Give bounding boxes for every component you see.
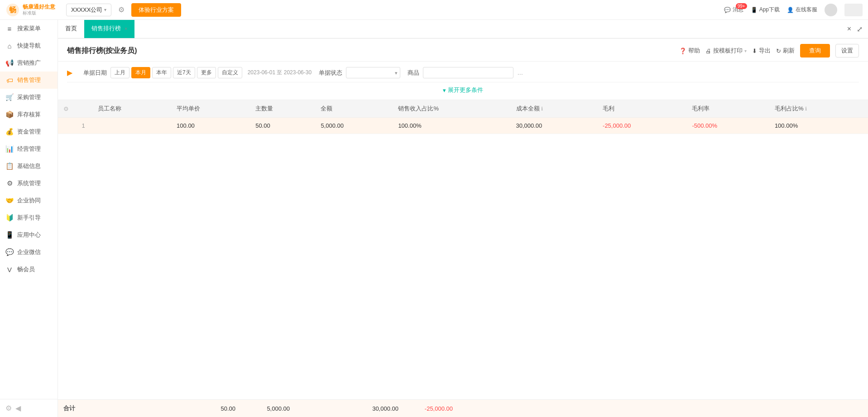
tab-sales-ranking-label: 销售排行榜 bbox=[91, 24, 121, 33]
collapse-icon[interactable]: ▶ bbox=[67, 68, 72, 77]
footer-cells: 50.00 5,000.00 30,000.00 -25,000.00 bbox=[100, 405, 863, 412]
settings-button[interactable]: 设置 bbox=[835, 44, 859, 58]
app-name: 畅康通好生意 bbox=[23, 4, 55, 10]
sidebar-icon-basic-info: 📋 bbox=[5, 162, 14, 170]
export-icon: ⬇ bbox=[752, 48, 757, 54]
avatar[interactable] bbox=[825, 4, 837, 16]
col-gross-rate: 毛利率 bbox=[686, 100, 769, 118]
sidebar-item-system-mgmt[interactable]: ⚙系统管理 bbox=[0, 175, 58, 192]
last-7-days-btn[interactable]: 近7天 bbox=[173, 67, 195, 78]
main-area: ≡搜索菜单⌂快捷导航📢营销推广🏷销售管理🛒采购管理📦库存核算💰资金管理📊经营管理… bbox=[0, 20, 868, 417]
expand-more-btn[interactable]: ▾ 展开更多条件 bbox=[67, 82, 859, 94]
window-max-button[interactable]: ⤢ bbox=[855, 23, 864, 35]
trial-button[interactable]: 体验行业方案 bbox=[131, 3, 181, 17]
sidebar-icon-enterprise-wechat: 💬 bbox=[5, 248, 14, 256]
page-actions: ❓ 帮助 🖨 按模板打印 ▾ ⬇ 导出 ↻ bbox=[679, 44, 859, 58]
online-service-label: 在线客服 bbox=[796, 6, 817, 14]
sidebar-bottom: ⚙ ◀ bbox=[0, 399, 58, 417]
app-download-icon: 📱 bbox=[751, 7, 758, 13]
sidebar-label-purchase-mgmt: 采购管理 bbox=[17, 93, 41, 101]
goods-input[interactable] bbox=[423, 67, 513, 78]
sidebar-icon-newbie-guide: 🔰 bbox=[5, 214, 14, 222]
refresh-button[interactable]: ↻ 刷新 bbox=[776, 47, 795, 55]
sidebar-item-newbie-guide[interactable]: 🔰新手引导 bbox=[0, 209, 58, 226]
sidebar-item-finance[interactable]: 💰资金管理 bbox=[0, 123, 58, 140]
row-gross-profit-0: -25,000.00 bbox=[597, 118, 686, 134]
current-month-btn[interactable]: 本月 bbox=[131, 67, 150, 78]
row-amount-0: 5,000.00 bbox=[315, 118, 393, 134]
col-amount: 全额 bbox=[315, 100, 393, 118]
date-filter: 单据日期 上月 本月 本年 近7天 更多 自定义 2023-06-01 至 20… bbox=[83, 67, 312, 78]
print-button[interactable]: 🖨 按模板打印 ▾ bbox=[705, 47, 747, 55]
more-date-btn[interactable]: 更多 bbox=[197, 67, 216, 78]
prev-month-btn[interactable]: 上月 bbox=[110, 67, 129, 78]
company-selector[interactable]: XXXXX公司 ▾ bbox=[66, 4, 111, 16]
settings-icon[interactable]: ⚙ bbox=[115, 4, 128, 16]
refresh-icon: ↻ bbox=[776, 48, 781, 54]
sidebar-item-app-center[interactable]: 📱应用中心 bbox=[0, 226, 58, 244]
sidebar-collapse-icon[interactable]: ◀ bbox=[15, 404, 21, 412]
tab-close-icon[interactable]: × bbox=[125, 26, 127, 31]
date-range-display: 2023-06-01 至 2023-06-30 bbox=[248, 69, 312, 77]
chevron-down-icon: ▾ bbox=[104, 7, 106, 12]
sidebar-item-marketing[interactable]: 📢营销推广 bbox=[0, 54, 58, 72]
sidebar-item-ops-mgmt[interactable]: 📊经营管理 bbox=[0, 140, 58, 158]
sidebar-label-sales-mgmt: 销售管理 bbox=[17, 76, 41, 84]
goods-filter: 商品 … bbox=[408, 67, 523, 78]
help-icon: ❓ bbox=[679, 48, 686, 54]
print-icon: 🖨 bbox=[705, 48, 711, 54]
table-settings-icon[interactable]: ⚙ bbox=[63, 105, 69, 112]
sidebar-label-inventory: 库存核算 bbox=[17, 110, 41, 119]
this-year-btn[interactable]: 本年 bbox=[152, 67, 171, 78]
row-cost-amount-0: 30,000.00 bbox=[511, 118, 598, 134]
sales-ranking-table: ⚙ 员工名称 平均单价 主数量 全额 销售收入占比% 成本全额 ℹ bbox=[58, 100, 868, 134]
sidebar-item-sales-mgmt[interactable]: 🏷销售管理 bbox=[0, 72, 58, 89]
tab-sales-ranking[interactable]: 销售排行榜 × bbox=[84, 20, 134, 38]
sidebar-item-inventory[interactable]: 📦库存核算 bbox=[0, 106, 58, 123]
sidebar-item-enterprise-collab[interactable]: 🤝企业协同 bbox=[0, 192, 58, 209]
col-avg-price: 平均单价 bbox=[171, 100, 250, 118]
query-button[interactable]: 查询 bbox=[800, 44, 830, 58]
footer-amount: 5,000.00 bbox=[235, 405, 290, 412]
app-logo: 畅 畅康通好生意 标准版 bbox=[5, 3, 55, 17]
goods-more-icon[interactable]: … bbox=[517, 69, 523, 76]
col-cost-amount: 成本全额 ℹ bbox=[511, 100, 598, 118]
col-settings: ⚙ bbox=[58, 100, 74, 118]
sidebar-item-quick-nav[interactable]: ⌂快捷导航 bbox=[0, 37, 58, 54]
footer-label: 合计 bbox=[63, 404, 100, 412]
logo-icon: 畅 bbox=[5, 3, 20, 17]
window-close-button[interactable]: × bbox=[845, 23, 853, 35]
sidebar-label-newbie-guide: 新手引导 bbox=[17, 214, 41, 222]
svg-text:畅: 畅 bbox=[9, 6, 16, 14]
filter-bar: ▶ 单据日期 上月 本月 本年 近7天 更多 自定义 bbox=[58, 62, 868, 100]
col-gross-profit: 毛利 bbox=[597, 100, 686, 118]
tab-home[interactable]: 首页 bbox=[58, 20, 84, 38]
user-name-area[interactable] bbox=[844, 4, 863, 16]
export-button[interactable]: ⬇ 导出 bbox=[752, 47, 771, 55]
online-service-icon: 👤 bbox=[787, 7, 794, 13]
cost-info-icon[interactable]: ℹ bbox=[541, 106, 543, 111]
sidebar-label-app-center: 应用中心 bbox=[17, 231, 41, 239]
sidebar-label-ops-mgmt: 经营管理 bbox=[17, 145, 41, 153]
online-service-button[interactable]: 👤 在线客服 bbox=[787, 6, 817, 14]
footer-qty: 50.00 bbox=[190, 405, 235, 412]
sidebar-item-purchase-mgmt[interactable]: 🛒采购管理 bbox=[0, 89, 58, 106]
gross-ratio-info-icon[interactable]: ℹ bbox=[805, 106, 807, 111]
table-row: 1 100.00 50.00 5,000.00 100.00% 30,000.0… bbox=[58, 118, 868, 134]
sidebar-icon-vip: V bbox=[5, 265, 14, 273]
status-select[interactable] bbox=[346, 67, 400, 78]
sidebar-item-vip[interactable]: V畅会员 bbox=[0, 261, 58, 278]
tab-bar: 首页 销售排行榜 × × ⤢ bbox=[58, 20, 868, 38]
message-button[interactable]: 💬 消息 99+ bbox=[724, 6, 743, 14]
sidebar-item-basic-info[interactable]: 📋基础信息 bbox=[0, 158, 58, 175]
col-gross-ratio: 毛利占比% ℹ bbox=[769, 100, 868, 118]
app-download-button[interactable]: 📱 App下载 bbox=[751, 6, 780, 14]
sidebar-item-enterprise-wechat[interactable]: 💬企业微信 bbox=[0, 244, 58, 261]
custom-date-btn[interactable]: 自定义 bbox=[218, 67, 242, 78]
status-select-wrap bbox=[346, 67, 400, 78]
help-button[interactable]: ❓ 帮助 bbox=[679, 47, 700, 55]
print-chevron-icon: ▾ bbox=[744, 48, 747, 53]
sidebar-settings-icon[interactable]: ⚙ bbox=[5, 404, 12, 412]
sidebar-item-search-order[interactable]: ≡搜索菜单 bbox=[0, 20, 58, 37]
message-badge: 99+ bbox=[736, 3, 747, 9]
